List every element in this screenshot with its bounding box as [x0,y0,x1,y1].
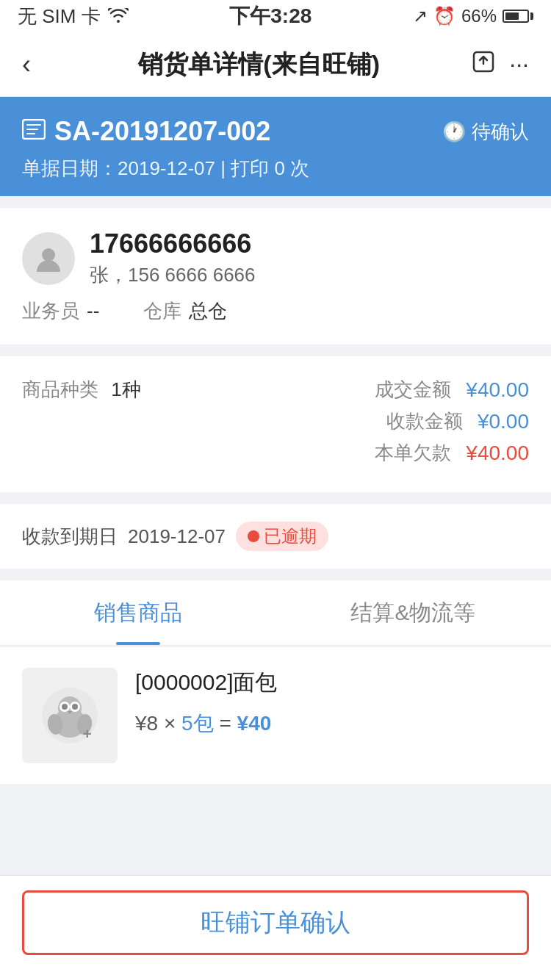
category-label: 商品种类 [22,378,98,400]
price-value: ¥8 [135,712,158,735]
customer-meta: 业务员 -- 仓库 总仓 [22,298,529,324]
product-thumbnail: + [22,668,118,763]
avatar [22,232,75,285]
due-date-label: 收款到期日 [22,524,118,550]
warehouse-label: 仓库 [143,298,181,324]
customer-phone: 17666666666 [90,228,256,259]
svg-point-8 [62,704,68,710]
order-header-card: SA-20191207-002 🕐 待确认 单据日期：2019-12-07 | … [0,97,551,196]
category-value: 1种 [111,378,140,400]
tab-sales-products[interactable]: 销售商品 [0,580,276,645]
multiply-sign: × [164,712,181,735]
status-left: 无 SIM 卡 [18,4,129,29]
order-status: 🕐 待确认 [442,119,529,145]
amounts-block: 成交金额 ¥40.00 收款金额 ¥0.00 本单欠款 ¥40.00 [375,377,529,472]
order-id: SA-20191207-002 [54,116,270,147]
overdue-text: 已逾期 [264,525,317,548]
product-name: [0000002]面包 [135,668,529,698]
confirm-order-button[interactable]: 旺铺订单确认 [22,890,529,955]
amount-label-2: 本单欠款 [375,440,451,466]
battery-icon [503,10,533,23]
category-info: 商品种类 1种 [22,377,141,403]
salesperson-value: -- [87,300,99,323]
page-title: 销货单详情(来自旺铺) [46,48,472,82]
status-right: ↗ ⏰ 66% [413,6,533,26]
order-date: 单据日期：2019-12-07 [22,157,215,179]
amount-label-0: 成交金额 [375,377,451,403]
summary-section: 商品种类 1种 成交金额 ¥40.00 收款金额 ¥0.00 本单欠款 ¥40.… [0,356,551,492]
confirm-button-label: 旺铺订单确认 [201,906,350,940]
bottom-bar: 旺铺订单确认 [0,875,551,980]
svg-point-9 [72,704,78,710]
overdue-dot-icon [248,530,259,542]
product-section: + [0000002]面包 ¥8 × 5包 = ¥40 [0,647,551,784]
salesperson-label: 业务员 [22,298,79,324]
overdue-badge: 已逾期 [236,522,328,551]
product-price: ¥8 × 5包 = ¥40 [135,710,529,738]
nav-actions: ··· [472,51,529,79]
status-clock-icon: 🕐 [442,120,466,143]
customer-section: 17666666666 张，156 6666 6666 业务员 -- 仓库 总仓 [0,208,551,345]
share-button[interactable] [472,51,494,79]
status-time: 下午3:28 [229,2,311,30]
battery-text: 66% [461,6,497,26]
tab-settlement-label: 结算&物流等 [350,598,475,628]
carrier-text: 无 SIM 卡 [18,4,101,29]
location-icon: ↗ [413,6,428,26]
tabs-row: 销售商品 结算&物流等 [0,580,551,645]
amount-value-2: ¥40.00 [466,442,529,465]
svg-point-2 [42,248,55,262]
amount-label-1: 收款金额 [386,408,463,434]
tab-sales-label: 销售商品 [94,598,182,628]
product-info: [0000002]面包 ¥8 × 5包 = ¥40 [135,668,529,738]
order-print-count: 打印 0 次 [231,157,309,179]
amount-value-1: ¥0.00 [478,410,529,433]
alarm-icon: ⏰ [433,6,455,26]
warehouse-value: 总仓 [189,298,227,324]
status-text: 待确认 [472,119,529,145]
customer-name: 张，156 6666 6666 [90,262,256,288]
quantity-value: 5包 [181,712,214,735]
order-icon [22,119,46,145]
svg-text:+: + [83,726,92,742]
amount-value-0: ¥40.00 [466,378,529,402]
nav-bar: ‹ 销货单详情(来自旺铺) ··· [0,32,551,97]
due-section: 收款到期日 2019-12-07 已逾期 [0,504,551,569]
equals-sign: = [219,712,237,735]
tab-settlement[interactable]: 结算&物流等 [276,580,551,645]
order-print-info: | [220,157,231,179]
order-date-row: 单据日期：2019-12-07 | 打印 0 次 [22,156,529,181]
tabs-section: 销售商品 结算&物流等 [0,580,551,646]
total-value: ¥40 [237,712,272,735]
back-button[interactable]: ‹ [22,49,31,80]
due-date-value: 2019-12-07 [128,525,226,548]
more-button[interactable]: ··· [509,51,529,78]
wifi-icon [108,5,129,28]
status-bar: 无 SIM 卡 下午3:28 ↗ ⏰ 66% [0,0,551,32]
